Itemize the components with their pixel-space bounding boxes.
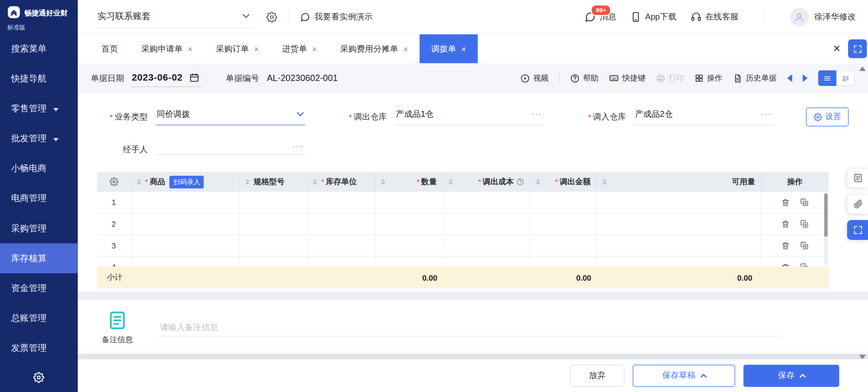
- sort-icon[interactable]: [245, 179, 250, 185]
- remark-input[interactable]: [159, 318, 781, 337]
- prev-doc-arrow[interactable]: [787, 74, 792, 82]
- tab-goods-receipt[interactable]: 进货单×: [270, 34, 328, 63]
- calendar-icon[interactable]: [189, 72, 199, 82]
- cell-qty[interactable]: [375, 235, 443, 256]
- close-tab-icon[interactable]: ×: [254, 45, 259, 53]
- cell-spec[interactable]: [240, 257, 307, 267]
- cell-out-amount[interactable]: [530, 213, 597, 234]
- cell-out-cost[interactable]: [443, 257, 530, 267]
- tab-home[interactable]: 首页: [90, 34, 129, 63]
- delete-row-icon[interactable]: [781, 241, 790, 250]
- cell-qty[interactable]: [375, 192, 443, 213]
- sidebar-item-invoice[interactable]: 发票管理: [0, 333, 77, 363]
- avatar[interactable]: [790, 8, 809, 27]
- column-settings-icon[interactable]: [109, 177, 118, 186]
- table-scrollbar[interactable]: [824, 192, 828, 266]
- cell-product[interactable]: [131, 192, 240, 213]
- sort-icon[interactable]: [137, 179, 141, 185]
- tab-purchase-cost-allocation[interactable]: 采购费用分摊单×: [328, 34, 420, 63]
- cell-out-cost[interactable]: [443, 235, 530, 256]
- app-download-button[interactable]: App下载: [631, 12, 676, 22]
- list-view-button[interactable]: [818, 71, 836, 86]
- print-button[interactable]: 打印: [656, 73, 684, 83]
- float-expand-button[interactable]: [847, 220, 868, 240]
- scroll-down-arrow[interactable]: [859, 355, 866, 359]
- cell-spec[interactable]: [240, 192, 307, 213]
- delete-row-icon[interactable]: [781, 198, 790, 207]
- info-icon[interactable]: [516, 178, 524, 186]
- picker-ellipsis-icon[interactable]: ···: [532, 111, 542, 117]
- picker-ellipsis-icon[interactable]: ···: [761, 111, 772, 117]
- cell-qty[interactable]: [375, 213, 443, 234]
- sort-icon[interactable]: [602, 179, 607, 185]
- discard-button[interactable]: 放弃: [570, 364, 624, 387]
- delete-row-icon[interactable]: [781, 220, 790, 229]
- out-warehouse-field[interactable]: 产成品1仓 ···: [395, 109, 544, 125]
- save-button[interactable]: 保存: [743, 364, 839, 387]
- close-pane-icon[interactable]: ×: [833, 43, 840, 55]
- float-note-button[interactable]: [847, 168, 868, 188]
- sidebar-item-funds[interactable]: 资金管理: [0, 273, 77, 303]
- cell-out-amount[interactable]: [530, 235, 597, 256]
- cell-unit[interactable]: [307, 235, 376, 256]
- col-out-cost[interactable]: * 调出成本: [443, 172, 530, 192]
- sidebar-item-ecommerce[interactable]: 电商管理: [0, 183, 77, 213]
- cell-out-cost[interactable]: [443, 213, 530, 234]
- video-button[interactable]: 视频: [520, 73, 548, 83]
- col-unit[interactable]: * 库存单位: [307, 172, 376, 192]
- copy-row-icon[interactable]: [800, 241, 809, 250]
- float-attachment-button[interactable]: [847, 194, 868, 214]
- cell-unit[interactable]: [307, 257, 376, 267]
- document-date-field[interactable]: 2023-06-02: [131, 69, 202, 87]
- copy-row-icon[interactable]: [800, 220, 809, 229]
- close-tab-icon[interactable]: ×: [403, 45, 408, 53]
- detail-view-button[interactable]: [836, 71, 854, 86]
- cell-out-cost[interactable]: [443, 192, 530, 213]
- sidebar-item-purchase[interactable]: 采购管理: [0, 213, 77, 243]
- in-warehouse-field[interactable]: 产成品2仓 ···: [634, 109, 774, 125]
- messages-button[interactable]: 99+ 消息: [585, 11, 616, 22]
- picker-ellipsis-icon[interactable]: ···: [292, 143, 303, 149]
- cell-unit[interactable]: [307, 192, 376, 213]
- col-out-amount[interactable]: * 调出金额: [530, 172, 597, 192]
- cell-spec[interactable]: [240, 235, 307, 256]
- cell-product[interactable]: [131, 213, 240, 234]
- delete-row-icon[interactable]: [781, 263, 790, 267]
- sidebar-item-xiaochang-ecommerce[interactable]: 小畅电商: [0, 153, 77, 183]
- account-set-select[interactable]: 实习联系账套: [96, 6, 254, 28]
- cell-product[interactable]: [131, 235, 240, 256]
- cell-out-amount[interactable]: [530, 257, 597, 267]
- close-tab-icon[interactable]: ×: [461, 45, 466, 53]
- col-product[interactable]: * 商品 扫码录入: [131, 172, 240, 192]
- close-tab-icon[interactable]: ×: [188, 45, 193, 53]
- sort-icon[interactable]: [536, 179, 540, 185]
- sidebar-item-retail[interactable]: 零售管理: [0, 94, 77, 124]
- close-tab-icon[interactable]: ×: [312, 45, 317, 53]
- sidebar-item-inventory-accounting[interactable]: 库存核算: [0, 244, 77, 273]
- copy-row-icon[interactable]: [800, 198, 809, 207]
- hotkeys-button[interactable]: 快捷键: [609, 73, 646, 83]
- sort-icon[interactable]: [313, 179, 317, 185]
- username[interactable]: 徐泽华修改: [814, 12, 856, 22]
- sort-icon[interactable]: [381, 179, 385, 185]
- cell-spec[interactable]: [240, 213, 307, 234]
- next-doc-arrow[interactable]: [803, 74, 808, 82]
- cell-out-amount[interactable]: [530, 192, 597, 213]
- grid-settings-button[interactable]: 设置: [806, 108, 849, 127]
- sidebar-item-general-ledger[interactable]: 总账管理: [0, 303, 77, 333]
- col-qty[interactable]: * 数量: [375, 172, 443, 192]
- cell-qty[interactable]: [375, 257, 443, 267]
- cell-unit[interactable]: [307, 213, 376, 234]
- tab-transfer-order[interactable]: 调拨单×: [420, 34, 477, 63]
- online-service-button[interactable]: 在线客服: [691, 12, 738, 22]
- history-documents-button[interactable]: 历史单据: [733, 73, 777, 83]
- biz-type-select[interactable]: 同价调拨: [156, 109, 305, 125]
- copy-row-icon[interactable]: [800, 263, 809, 267]
- fullscreen-button[interactable]: [848, 39, 867, 58]
- demo-link[interactable]: 我要看实例演示: [300, 12, 373, 22]
- account-settings-gear-icon[interactable]: [266, 11, 277, 22]
- cell-product[interactable]: [131, 257, 240, 267]
- sidebar-item-wholesale[interactable]: 批发管理: [0, 124, 77, 153]
- help-button[interactable]: 帮助: [570, 73, 598, 83]
- tab-purchase-request[interactable]: 采购申请单×: [130, 34, 204, 63]
